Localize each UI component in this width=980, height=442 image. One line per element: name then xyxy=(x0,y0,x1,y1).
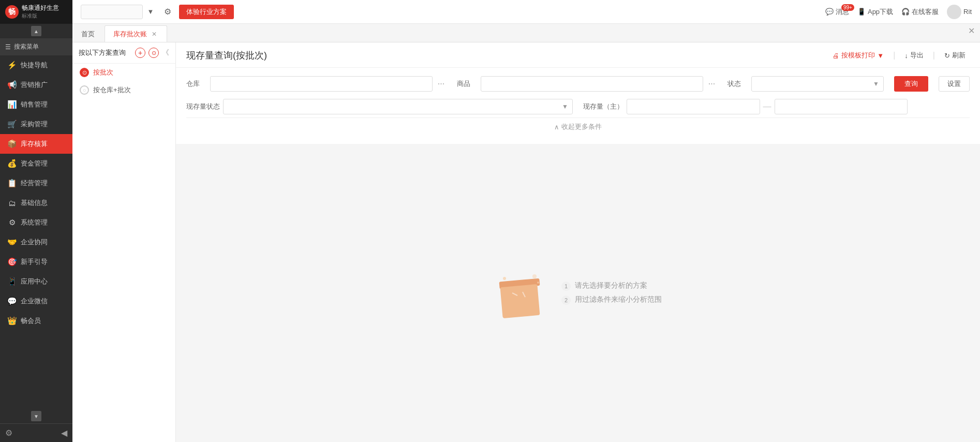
filter-item-by-batch[interactable]: ⊙ 按批次 xyxy=(72,64,175,81)
tip2-num: 2 xyxy=(561,296,571,305)
service-icon: 🎧 xyxy=(901,8,910,16)
tab-panel-close-btn[interactable]: ✕ xyxy=(968,26,975,36)
tip2-text: 用过滤条件来缩小分析范围 xyxy=(575,295,662,304)
sidebar-item-label-inventory: 库存核算 xyxy=(21,139,48,149)
qty-separator: — xyxy=(763,102,771,111)
sidebar-item-system[interactable]: ⚙ 系统管理 xyxy=(0,213,72,232)
sidebar-item-icon-basic-info: 🗂 xyxy=(7,198,17,208)
status-dropdown-arrow: ▼ xyxy=(873,80,879,87)
fields-row-2: 现存量状态 ▼ 现存量（主） — xyxy=(186,99,970,114)
stock-qty-to-input[interactable] xyxy=(775,99,908,114)
sidebar-header: 畅 畅康通好生意 标准版 xyxy=(0,0,72,24)
sidebar-item-newbie[interactable]: 🎯 新手引导 xyxy=(0,252,72,272)
export-icon: ↓ xyxy=(904,52,908,60)
user-avatar-area[interactable]: Rit xyxy=(947,5,972,19)
online-service-btn[interactable]: 🎧 在线客服 xyxy=(901,7,939,17)
tab-batch-account-label: 库存批次账 xyxy=(113,30,147,39)
tabbar: 首页 库存批次账 ✕ ✕ xyxy=(72,24,980,42)
sidebar-item-vip[interactable]: 👑 畅会员 xyxy=(0,311,72,331)
sidebar-item-enterprise[interactable]: 🤝 企业协同 xyxy=(0,232,72,252)
scroll-down-btn[interactable]: ▼ xyxy=(31,411,41,421)
query-area: 现存量查询(按批次) 🖨 按模板打印 ▼ | ↓ 导出 | ↻ xyxy=(176,42,980,442)
sidebar-item-icon-purchase: 🛒 xyxy=(7,120,17,129)
goods-field: 商品 ··· xyxy=(457,76,717,92)
target-icon: ⊙ xyxy=(152,50,156,56)
export-btn[interactable]: ↓ 导出 xyxy=(900,49,928,62)
filter-settings-btn[interactable]: ⊙ xyxy=(149,48,159,58)
app-download-label: App下载 xyxy=(868,7,893,17)
goods-input[interactable] xyxy=(481,76,703,92)
topbar: ▼ ⚙ 体验行业方案 💬 消息 99+ 📱 App下载 🎧 在线客服 Rit xyxy=(72,0,980,24)
sidebar-item-finance[interactable]: 💰 资金管理 xyxy=(0,154,72,173)
sidebar-item-label-purchase: 采购管理 xyxy=(21,120,48,129)
search-menu-label: 搜索菜单 xyxy=(14,42,39,51)
tab-batch-account[interactable]: 库存批次账 ✕ xyxy=(105,25,167,42)
settings-btn[interactable]: 设置 xyxy=(939,76,970,92)
warehouse-more-btn[interactable]: ··· xyxy=(436,79,447,89)
user-avatar xyxy=(947,5,961,19)
sidebar-item-sales[interactable]: 📊 销售管理 xyxy=(0,95,72,114)
user-name: Rit xyxy=(963,8,972,16)
topbar-search-dropdown[interactable]: ▼ xyxy=(145,6,156,18)
tip1-text: 请先选择要分析的方案 xyxy=(575,281,647,290)
sidebar-item-app-center[interactable]: 📱 应用中心 xyxy=(0,272,72,291)
empty-tip-1: 1 请先选择要分析的方案 xyxy=(561,281,662,291)
topbar-search-input[interactable] xyxy=(81,5,143,19)
status-label: 状态 xyxy=(727,79,748,89)
status-dropdown[interactable]: ▼ xyxy=(751,76,884,92)
sidebar-item-label-basic-info: 基础信息 xyxy=(21,198,48,208)
sidebar-item-label-enterprise-wechat: 企业微信 xyxy=(21,297,48,306)
sidebar-item-purchase[interactable]: 🛒 采购管理 xyxy=(0,114,72,134)
trial-btn[interactable]: 体验行业方案 xyxy=(179,5,234,19)
goods-label: 商品 xyxy=(457,79,478,89)
query-btn[interactable]: 查询 xyxy=(894,76,928,92)
sidebar-item-operations[interactable]: 📋 经营管理 xyxy=(0,173,72,193)
sidebar-item-label-enterprise: 企业协同 xyxy=(21,238,48,247)
collapse-icon: ∧ xyxy=(554,123,559,131)
tab-home[interactable]: 首页 xyxy=(72,25,103,42)
refresh-btn[interactable]: ↻ 刷新 xyxy=(940,49,970,62)
messages-btn[interactable]: 💬 消息 99+ xyxy=(825,7,849,17)
tab-close-btn[interactable]: ✕ xyxy=(150,30,158,38)
sidebar-item-icon-sales: 📊 xyxy=(7,100,17,109)
empty-tip-2: 2 用过滤条件来缩小分析范围 xyxy=(561,295,662,305)
sidebar-item-basic-info[interactable]: 🗂 基础信息 xyxy=(0,193,72,213)
sidebar-item-enterprise-wechat[interactable]: 💬 企业微信 xyxy=(0,291,72,311)
stock-status-dropdown[interactable]: ▼ xyxy=(223,99,573,114)
svg-point-4 xyxy=(503,277,506,280)
main-content: ▼ ⚙ 体验行业方案 💬 消息 99+ 📱 App下载 🎧 在线客服 Rit xyxy=(72,0,980,442)
stock-quantity-field: 现存量（主） — xyxy=(583,99,970,114)
sidebar-item-quick-nav[interactable]: ⚡ 快捷导航 xyxy=(0,55,72,75)
search-menu-btn[interactable]: ☰ 搜索菜单 xyxy=(0,38,72,55)
sidebar-item-marketing[interactable]: 📢 营销推广 xyxy=(0,75,72,95)
collapse-label: 收起更多条件 xyxy=(561,122,602,131)
svg-point-6 xyxy=(532,274,537,278)
filter-collapse-btn[interactable]: 《 xyxy=(162,48,169,57)
filter-item-by-warehouse-batch[interactable]: ○ 按仓库+批次 xyxy=(72,81,175,99)
sidebar-item-icon-vip: 👑 xyxy=(7,316,17,326)
filter-actions: + ⊙ 《 xyxy=(135,48,169,58)
collapse-sidebar-icon[interactable]: ◀ xyxy=(61,428,67,438)
scroll-up-btn[interactable]: ▲ xyxy=(31,26,41,36)
settings-icon[interactable]: ⚙ xyxy=(5,428,12,438)
app-download-btn[interactable]: 📱 App下载 xyxy=(857,7,893,17)
topbar-gear-btn[interactable]: ⚙ xyxy=(160,5,175,19)
goods-more-btn[interactable]: ··· xyxy=(706,79,717,89)
sidebar-item-label-app-center: 应用中心 xyxy=(21,277,48,286)
warehouse-input[interactable] xyxy=(210,76,433,92)
sidebar-item-icon-enterprise: 🤝 xyxy=(7,238,17,247)
sidebar-footer: ⚙ ◀ xyxy=(0,423,72,442)
refresh-label: 刷新 xyxy=(952,51,966,60)
sidebar-item-label-sales: 销售管理 xyxy=(21,100,48,109)
filter-add-btn[interactable]: + xyxy=(135,48,145,58)
sidebar-item-inventory[interactable]: 📦 库存核算 xyxy=(0,134,72,154)
content-area: 按以下方案查询 + ⊙ 《 ⊙ 按批次 ○ 按仓库+批次 xyxy=(72,42,980,442)
print-btn[interactable]: 🖨 按模板打印 ▼ xyxy=(828,49,888,62)
filter-item-icon-inactive: ○ xyxy=(80,85,89,95)
collapse-more-btn[interactable]: ∧ 收起更多条件 xyxy=(186,117,970,136)
toolbar-separator-2: | xyxy=(933,51,935,60)
stock-qty-from-input[interactable] xyxy=(627,99,760,114)
tip1-num: 1 xyxy=(561,282,571,291)
filter-title: 按以下方案查询 xyxy=(79,48,126,57)
warehouse-field: 仓库 ··· xyxy=(186,76,447,92)
